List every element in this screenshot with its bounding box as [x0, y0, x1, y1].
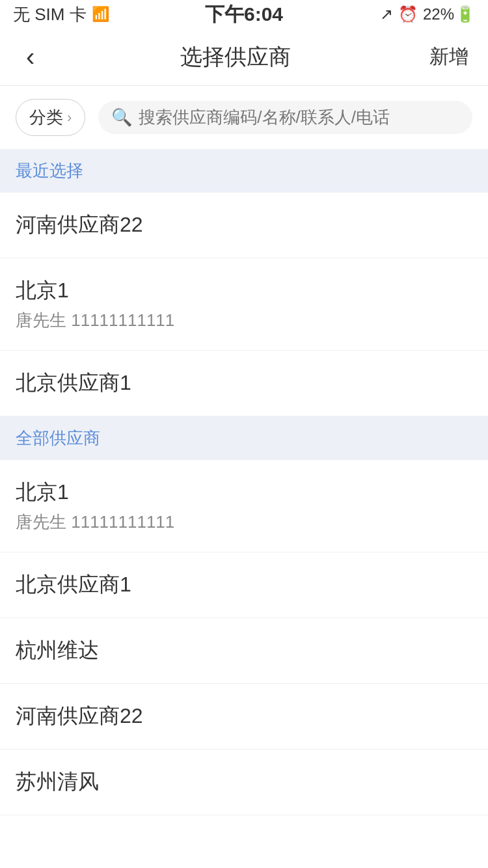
recent-section-label: 最近选择	[16, 161, 83, 180]
list-item[interactable]: 北京供应商1	[0, 351, 488, 416]
list-item[interactable]: 河南供应商22	[0, 193, 488, 258]
list-item[interactable]: 北京1唐先生 11111111111	[0, 258, 488, 351]
battery-icon: 🔋	[455, 5, 475, 23]
recent-list: 河南供应商22北京1唐先生 11111111111北京供应商1	[0, 193, 488, 416]
status-right: ↗ ⏰ 22% 🔋	[380, 5, 475, 23]
battery-indicator: 22% 🔋	[423, 5, 475, 23]
item-name: 苏州清风	[16, 768, 472, 796]
search-input[interactable]	[139, 107, 459, 128]
nav-bar: ‹ 选择供应商 新增	[0, 29, 488, 86]
wifi-icon: 📶	[92, 6, 109, 23]
list-item[interactable]: 杭州维达	[0, 618, 488, 684]
item-name: 杭州维达	[16, 636, 472, 665]
all-section-header: 全部供应商	[0, 416, 488, 460]
status-bar: 无 SIM 卡 📶 下午6:04 ↗ ⏰ 22% 🔋	[0, 0, 488, 29]
item-sub: 唐先生 11111111111	[16, 309, 472, 332]
all-section-label: 全部供应商	[16, 428, 100, 448]
back-button[interactable]: ‹	[20, 36, 41, 78]
alarm-icon: ⏰	[398, 5, 418, 23]
item-name: 北京供应商1	[16, 571, 472, 599]
all-list: 北京1唐先生 11111111111北京供应商1杭州维达河南供应商22苏州清风	[0, 460, 488, 815]
add-new-button[interactable]: 新增	[429, 44, 468, 70]
search-icon: 🔍	[111, 107, 132, 128]
list-item[interactable]: 苏州清风	[0, 750, 488, 815]
recent-section-header: 最近选择	[0, 149, 488, 193]
list-item[interactable]: 北京供应商1	[0, 552, 488, 618]
item-name: 河南供应商22	[16, 702, 472, 731]
status-left: 无 SIM 卡 📶	[13, 3, 109, 26]
search-input-wrap: 🔍	[98, 101, 472, 134]
search-bar: 分类 › 🔍	[0, 86, 488, 149]
chevron-right-icon: ›	[67, 109, 72, 126]
item-name: 北京1	[16, 478, 472, 507]
list-item[interactable]: 河南供应商22	[0, 684, 488, 750]
item-name: 河南供应商22	[16, 211, 472, 239]
item-name: 北京供应商1	[16, 369, 472, 398]
item-name: 北京1	[16, 277, 472, 305]
category-label: 分类	[29, 106, 63, 129]
no-sim-text: 无 SIM 卡	[13, 3, 87, 26]
page-title: 选择供应商	[180, 42, 291, 72]
battery-percent: 22%	[423, 5, 454, 23]
category-button[interactable]: 分类 ›	[16, 99, 85, 136]
list-item[interactable]: 北京1唐先生 11111111111	[0, 460, 488, 552]
status-time: 下午6:04	[205, 1, 283, 28]
location-icon: ↗	[380, 5, 393, 23]
item-sub: 唐先生 11111111111	[16, 511, 472, 534]
